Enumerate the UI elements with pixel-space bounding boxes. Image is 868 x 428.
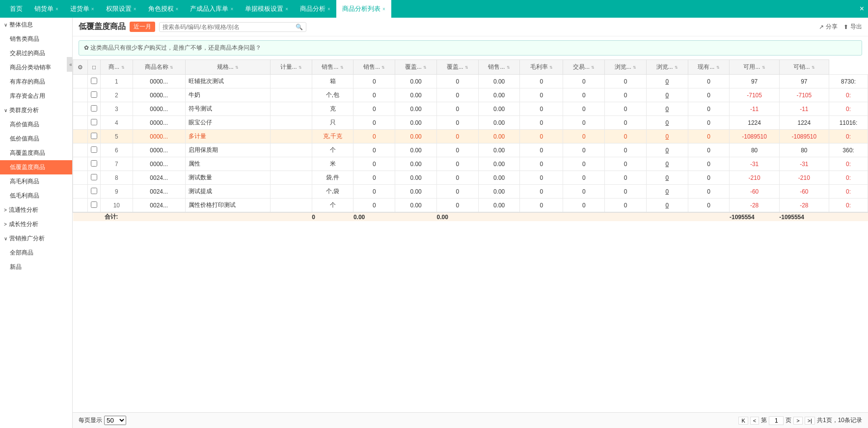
- row-checkbox[interactable]: [88, 130, 101, 143]
- row-checkbox[interactable]: [88, 185, 101, 199]
- row-sales-amt: 0.00: [395, 75, 437, 88]
- sidebar-item-low-margin[interactable]: 低毛利商品: [0, 189, 72, 203]
- row-browse1[interactable]: 0: [646, 157, 688, 171]
- row-current: 97: [730, 75, 779, 88]
- row-browse1[interactable]: 0: [646, 88, 688, 102]
- row-sales-amt: 0.00: [395, 130, 437, 143]
- row-sales-qty: 0: [353, 157, 395, 171]
- sidebar-item-capital[interactable]: 库存资金占用: [0, 89, 72, 103]
- pagination-last[interactable]: >|: [805, 417, 815, 425]
- row-gross-margin: 0: [563, 143, 605, 157]
- nav-close-product[interactable]: ×: [230, 6, 233, 12]
- sidebar-collapse-btn[interactable]: «: [67, 57, 73, 72]
- nav-close-role[interactable]: ×: [176, 6, 179, 12]
- row-available: -210: [779, 171, 829, 185]
- row-checkbox[interactable]: [88, 75, 101, 88]
- col-spec: 规格... ⇅: [185, 60, 270, 75]
- section-arrow-marketing: ∨: [4, 236, 7, 241]
- sidebar-item-low-coverage[interactable]: 低覆盖度商品: [0, 160, 72, 174]
- search-input[interactable]: [163, 24, 294, 30]
- sidebar-item-category-rate[interactable]: 商品分类动销率: [0, 60, 72, 75]
- row-browse1[interactable]: 0: [646, 185, 688, 199]
- col-checkbox[interactable]: □: [88, 60, 101, 75]
- sidebar-section-growth[interactable]: > 成长性分析: [0, 217, 72, 231]
- row-checkbox[interactable]: [88, 116, 101, 130]
- sidebar-item-low-value[interactable]: 低价值商品: [0, 132, 72, 146]
- row-cov1: 0: [436, 185, 478, 199]
- share-button[interactable]: ↗ 分享: [819, 23, 838, 31]
- nav-template-settings[interactable]: 单据模板设置 ×: [239, 0, 294, 18]
- table-row: 9 0024... 测试提成 个,袋 0 0.00 0 0.00 0 0 0 0…: [73, 185, 868, 199]
- nav-sales-order[interactable]: 销货单 ×: [28, 0, 64, 18]
- section-arrow-overall: ∨: [4, 22, 7, 28]
- sidebar-section-liquidity[interactable]: > 流通性分析: [0, 203, 72, 217]
- col-settings[interactable]: ⚙: [73, 60, 88, 75]
- nav-permission-settings[interactable]: 权限设置 ×: [100, 0, 142, 18]
- nav-home[interactable]: 首页: [4, 0, 28, 18]
- row-code: 0000...: [133, 75, 185, 88]
- total-row: 合计: 0 0.00 0.00 -1095554 -1095554: [73, 212, 868, 221]
- total-cov2: 0.00: [436, 212, 478, 221]
- row-checkbox[interactable]: [88, 157, 101, 171]
- sidebar-item-traded-products[interactable]: 交易过的商品: [0, 46, 72, 60]
- row-transaction: 0: [605, 88, 647, 102]
- row-available: 80: [779, 143, 829, 157]
- pagination: K < 第 页 > >| 共1页，10条记录: [738, 416, 862, 425]
- row-checkbox[interactable]: [88, 143, 101, 157]
- row-browse1[interactable]: 0: [646, 171, 688, 185]
- nav-window-close[interactable]: ×: [860, 4, 864, 13]
- row-gross-margin: 0: [563, 75, 605, 88]
- row-browse1[interactable]: 0: [646, 75, 688, 88]
- sidebar-item-high-coverage[interactable]: 高覆盖度商品: [0, 146, 72, 160]
- row-available: -1089510: [779, 130, 829, 143]
- sidebar-item-high-margin[interactable]: 高毛利商品: [0, 174, 72, 189]
- page-title: 低覆盖度商品: [79, 22, 126, 32]
- sidebar-item-high-value[interactable]: 高价值商品: [0, 117, 72, 132]
- row-browse1[interactable]: 0: [646, 199, 688, 213]
- row-checkbox[interactable]: [88, 199, 101, 213]
- nav-close-template[interactable]: ×: [285, 6, 288, 12]
- time-filter-button[interactable]: 近一月: [130, 22, 155, 32]
- export-button[interactable]: ⬆ 导出: [843, 23, 862, 31]
- search-icon[interactable]: 🔍: [296, 24, 303, 30]
- row-checkbox[interactable]: [88, 88, 101, 102]
- nav-product-analysis[interactable]: 商品分析 ×: [294, 0, 336, 18]
- row-browse1[interactable]: 0: [646, 102, 688, 116]
- row-checkbox[interactable]: [88, 102, 101, 116]
- nav-role-auth[interactable]: 角色授权 ×: [142, 0, 185, 18]
- sidebar-section-cluster[interactable]: ∨ 类群度分析: [0, 103, 72, 117]
- pagination-page-input[interactable]: [769, 416, 784, 425]
- row-browse1[interactable]: 0: [646, 116, 688, 130]
- sidebar-item-sales-products[interactable]: 销售类商品: [0, 32, 72, 46]
- row-browse1[interactable]: 0: [646, 130, 688, 143]
- nav-close-analysis-list[interactable]: ×: [382, 6, 385, 12]
- pagination-next[interactable]: >: [793, 417, 802, 425]
- row-current: 1224: [730, 116, 779, 130]
- row-checkbox[interactable]: [88, 171, 101, 185]
- row-available: 1224: [779, 116, 829, 130]
- nav-close-purchase[interactable]: ×: [91, 6, 94, 12]
- total-empty2: [478, 212, 730, 221]
- row-gross-margin: 0: [563, 171, 605, 185]
- nav-close-sales[interactable]: ×: [55, 6, 58, 12]
- header-actions: ↗ 分享 ⬆ 导出: [819, 23, 862, 31]
- nav-product-analysis-list[interactable]: 商品分析列表 ×: [336, 0, 391, 18]
- sidebar-item-all-products[interactable]: 全部商品: [0, 246, 72, 260]
- info-banner-text: ✿ 这类商品只有很少客户购买过，是推广不够，还是商品本身问题？: [84, 44, 261, 52]
- row-name: 符号测试: [185, 102, 270, 116]
- row-browse1[interactable]: 0: [646, 143, 688, 157]
- per-page-select[interactable]: 50 20 100 200: [104, 416, 126, 425]
- sidebar-section-marketing[interactable]: ∨ 营销推广分析: [0, 231, 72, 246]
- row-num: 10: [101, 199, 133, 213]
- sidebar-section-overall[interactable]: ∨ 整体信息: [0, 18, 72, 32]
- nav-purchase-order[interactable]: 进货单 ×: [64, 0, 100, 18]
- nav-close-analysis[interactable]: ×: [327, 6, 330, 12]
- sidebar-item-in-stock[interactable]: 有库存的商品: [0, 75, 72, 89]
- sidebar-item-new-products[interactable]: 新品: [0, 260, 72, 274]
- row-sales-amt: 0.00: [395, 185, 437, 199]
- nav-close-permission[interactable]: ×: [134, 6, 136, 12]
- nav-product-entry[interactable]: 产成品入库单 ×: [184, 0, 239, 18]
- pagination-prev[interactable]: <: [750, 417, 759, 425]
- info-banner: ✿ 这类商品只有很少客户购买过，是推广不够，还是商品本身问题？: [79, 40, 862, 56]
- pagination-first[interactable]: K: [738, 417, 748, 425]
